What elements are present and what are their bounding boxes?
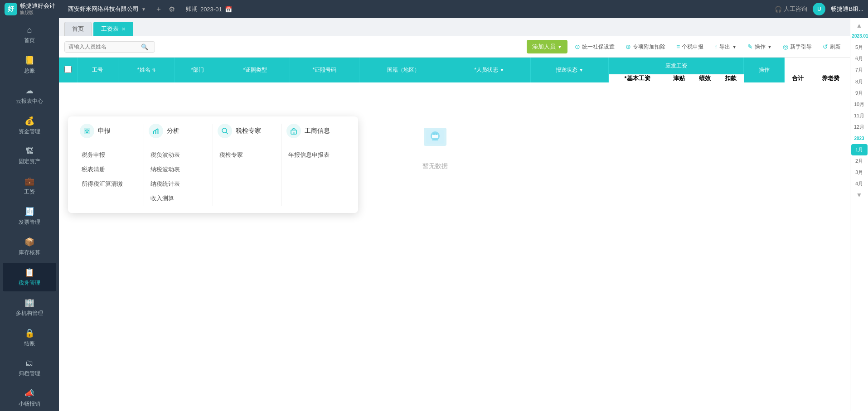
- checkbox-header[interactable]: [59, 58, 77, 82]
- dropdown-item-income-calc[interactable]: 收入测算: [149, 191, 208, 206]
- col-header-shenb: 申报: [80, 124, 139, 142]
- sidebar-item-archive[interactable]: 🗂 归档管理: [3, 354, 56, 382]
- sidebar-item-close-period[interactable]: 🔒 结账: [3, 324, 56, 352]
- sidebar-item-cloud-report[interactable]: ☁ 云报表中心: [3, 81, 56, 110]
- month-9[interactable]: 9月: [851, 87, 868, 99]
- export-arrow-icon: ▼: [732, 44, 737, 49]
- support-button[interactable]: 🎧 人工咨询: [775, 5, 807, 13]
- sidebar-item-invoice-label: 发票管理: [19, 218, 40, 226]
- dropdown-item-tax-wave2[interactable]: 纳税波动表: [149, 162, 208, 177]
- month-7[interactable]: 7月: [851, 64, 868, 76]
- month-10[interactable]: 10月: [851, 99, 868, 110]
- period-value: 2023-01: [200, 6, 222, 13]
- sidebar-item-ledger-label: 总账: [24, 67, 35, 75]
- svg-rect-4: [433, 133, 435, 135]
- month-6[interactable]: 6月: [851, 53, 868, 64]
- personal-tax-icon: ≡: [676, 43, 680, 50]
- fenxi-title: 分析: [167, 127, 179, 135]
- month-11[interactable]: 11月: [851, 110, 868, 121]
- dropdown-item-income-tax[interactable]: 所得税汇算清缴: [80, 177, 139, 191]
- year-2023-label: 2023: [851, 133, 868, 144]
- ledger-icon: 📒: [24, 55, 34, 65]
- guide-icon: ◎: [783, 43, 788, 50]
- operation-label: 操作: [755, 43, 766, 51]
- svg-rect-15: [293, 132, 295, 134]
- month-8[interactable]: 8月: [851, 76, 868, 87]
- company-selector[interactable]: 西安虾米网络科技有限公司 ▼: [68, 5, 146, 13]
- calendar-icon[interactable]: 📅: [225, 6, 232, 13]
- add-icon[interactable]: ＋: [153, 4, 164, 15]
- promo-icon: 📣: [24, 388, 34, 398]
- special-deduct-label: 专项附加扣除: [633, 43, 665, 51]
- sidebar-item-fixed-assets-label: 固定资产: [19, 158, 40, 165]
- social-security-button[interactable]: ⊙ 统一社保设置: [571, 41, 618, 53]
- business-header-icon: [286, 124, 301, 138]
- app-name: 畅捷通好会计: [20, 2, 55, 10]
- toolbar: 🔍 添加人员 ▼ ⊙ 统一社保设置 ⊕ 专项附加扣除 ≡ 个税申报 ↑ 导出: [59, 36, 850, 58]
- sidebar-item-invoice[interactable]: 🧾 发票管理: [3, 202, 56, 231]
- sidebar-item-promo[interactable]: 📣 小畅报销: [3, 384, 56, 411]
- svg-rect-11: [157, 129, 159, 134]
- month-5[interactable]: 5月: [851, 42, 868, 53]
- tab-home[interactable]: 首页: [64, 22, 92, 36]
- dropdown-grid: 申报 税务申报 税表清册 所得税汇算清缴: [75, 124, 351, 206]
- sidebar-item-inventory-label: 库存核算: [19, 249, 40, 256]
- sidebar-item-fund[interactable]: 💰 资金管理: [3, 111, 56, 140]
- svg-rect-3: [432, 135, 438, 138]
- company-name: 西安虾米网络科技有限公司: [68, 5, 139, 13]
- expert-header-icon: [218, 124, 232, 138]
- expert-title: 税检专家: [236, 127, 261, 135]
- month-3[interactable]: 3月: [851, 167, 868, 178]
- month-12[interactable]: 12月: [851, 121, 868, 133]
- month-1-active[interactable]: 1月: [851, 144, 868, 155]
- fenxi-header-icon: [149, 124, 163, 138]
- sidebar-item-tax[interactable]: 📋 税务管理: [3, 263, 56, 291]
- close-tab-icon[interactable]: ✕: [121, 26, 126, 32]
- sidebar-item-ledger[interactable]: 📒 总账: [3, 51, 56, 79]
- shenb-header-icon: [80, 124, 94, 138]
- tab-salary[interactable]: 工资表 ✕: [93, 22, 133, 36]
- settings-icon[interactable]: ⚙: [167, 4, 177, 15]
- search-input[interactable]: [68, 44, 141, 50]
- th-region: 国籍（地区）: [359, 58, 448, 82]
- sidebar-item-home-label: 首页: [24, 37, 35, 44]
- month-4[interactable]: 4月: [851, 178, 868, 189]
- select-all-checkbox[interactable]: [64, 66, 72, 73]
- operation-icon: ✎: [747, 43, 753, 50]
- operation-button[interactable]: ✎ 操作 ▼: [744, 41, 776, 53]
- refresh-icon: ↺: [823, 43, 828, 50]
- dropdown-item-tax-stat[interactable]: 纳税统计表: [149, 177, 208, 191]
- social-security-label: 统一社保设置: [582, 43, 615, 51]
- nav-up-icon[interactable]: ▲: [854, 20, 865, 31]
- app-version: 旗舰版: [20, 10, 55, 16]
- personal-tax-button[interactable]: ≡ 个税申报: [673, 41, 707, 53]
- refresh-button[interactable]: ↺ 刷新: [819, 41, 844, 53]
- sidebar-item-salary[interactable]: 💼 工资: [3, 172, 56, 200]
- fixed-assets-icon: 🏗: [25, 146, 34, 156]
- sidebar-item-fixed-assets[interactable]: 🏗 固定资产: [3, 142, 56, 170]
- invoice-icon: 🧾: [24, 207, 34, 217]
- month-2[interactable]: 2月: [851, 155, 868, 167]
- th-person-status: *人员状态 ▼: [448, 58, 530, 82]
- chevron-down-icon: ▼: [141, 7, 146, 12]
- nav-down-icon[interactable]: ▼: [854, 189, 865, 200]
- dropdown-col-business: 工商信息 年报信息申报表: [282, 124, 351, 206]
- dropdown-item-tax-form[interactable]: 税表清册: [80, 162, 139, 177]
- dropdown-item-annual[interactable]: 年报信息申报表: [286, 148, 346, 162]
- add-person-arrow-icon: ▼: [558, 44, 562, 49]
- dropdown-item-tax-report[interactable]: 税务申报: [80, 148, 139, 162]
- dropdown-item-tax-wave[interactable]: 税负波动表: [149, 148, 208, 162]
- add-person-button[interactable]: 添加人员 ▼: [527, 40, 567, 53]
- th-salary-group: 应发工资: [609, 58, 744, 74]
- guide-button[interactable]: ◎ 新手引导: [779, 41, 815, 53]
- export-button[interactable]: ↑ 导出 ▼: [711, 41, 740, 53]
- sidebar-item-multi-org[interactable]: 🏢 多机构管理: [3, 293, 56, 322]
- special-deduct-button[interactable]: ⊕ 专项附加扣除: [622, 41, 669, 53]
- archive-icon: 🗂: [25, 358, 34, 368]
- col-header-fenxi: 分析: [149, 124, 208, 142]
- salary-icon: 💼: [24, 176, 34, 186]
- dropdown-item-expert[interactable]: 税检专家: [218, 148, 277, 162]
- sidebar-item-inventory[interactable]: 📦 库存核算: [3, 232, 56, 261]
- sidebar-item-home[interactable]: ⌂ 首页: [3, 21, 56, 49]
- user-name[interactable]: 畅捷通B组...: [831, 5, 863, 13]
